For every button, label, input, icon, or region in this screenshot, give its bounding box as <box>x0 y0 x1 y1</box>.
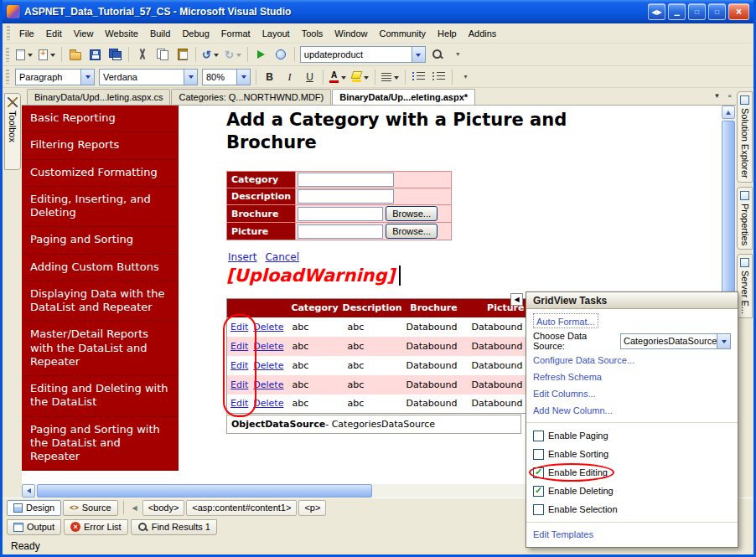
menu-help[interactable]: Help <box>432 25 463 42</box>
highlight-button[interactable] <box>350 68 371 86</box>
underline-button[interactable]: U <box>300 68 319 86</box>
brochure-textbox[interactable] <box>298 207 383 221</box>
open-file-button[interactable] <box>65 45 85 64</box>
menu-build[interactable]: Build <box>144 25 176 42</box>
zoom-combo-arrow-icon[interactable] <box>236 70 250 85</box>
cut-button[interactable] <box>132 45 152 64</box>
menu-addins[interactable]: Addins <box>463 25 503 42</box>
tag-asp-content-content1[interactable]: <asp:content#content1> <box>186 500 297 516</box>
grid-edit-link[interactable]: Edit <box>230 360 248 371</box>
maximize-button[interactable]: □ <box>688 3 706 20</box>
brochure-browse-button[interactable]: Browse... <box>386 206 438 221</box>
copy-button[interactable] <box>153 45 172 64</box>
cancel-link[interactable]: Cancel <box>265 251 299 263</box>
data-source-combo-arrow-icon[interactable] <box>717 334 730 348</box>
close-document-button[interactable]: × <box>723 90 736 102</box>
auto-format-link[interactable]: Auto Format... <box>533 313 598 328</box>
doc-tab-categories-q-northwnd-mdf[interactable]: Categories: Q...NORTHWND.MDF) <box>171 89 331 105</box>
toolbar-options-button[interactable] <box>448 45 468 64</box>
find-in-files-button[interactable] <box>428 45 448 64</box>
scroll-left-button[interactable] <box>22 484 35 498</box>
tab-error-list[interactable]: Error List <box>64 519 128 535</box>
nav-adding-custom-buttons[interactable]: Adding Custom Buttons <box>22 255 179 281</box>
nav-paging-and-sorting[interactable]: Paging and Sorting <box>22 227 179 254</box>
menu-grip[interactable] <box>7 26 10 40</box>
redo-button[interactable]: ↻ <box>222 45 244 64</box>
smart-tag-arrow-button[interactable]: ◀ <box>510 293 523 306</box>
toolbar-grip[interactable] <box>6 48 9 62</box>
tab-output[interactable]: Output <box>7 519 61 535</box>
bullet-list-button[interactable] <box>429 68 448 86</box>
menu-file[interactable]: File <box>13 25 40 42</box>
paste-button[interactable] <box>173 45 192 64</box>
refresh-schema-link[interactable]: Refresh Schema <box>533 369 731 385</box>
save-button[interactable] <box>85 45 105 64</box>
tab-solution-explorer[interactable]: Solution Explorer <box>737 91 753 183</box>
zoom-combo[interactable]: 80% <box>202 69 251 85</box>
scroll-up-button[interactable] <box>722 106 735 119</box>
menu-view[interactable]: View <box>68 25 100 42</box>
toolbox-tab[interactable]: Toolbox <box>4 93 21 170</box>
nav-customized-formatting[interactable]: Customized Formatting <box>22 160 179 187</box>
grid-delete-link[interactable]: Delete <box>253 322 283 333</box>
nav-paging-and-sorting-with-the-datalist-and-repeater[interactable]: Paging and Sorting with the DataList and… <box>22 417 179 472</box>
font-color-button[interactable]: A <box>327 68 349 86</box>
menu-window[interactable]: Window <box>329 25 373 42</box>
tab-find-results[interactable]: Find Results 1 <box>131 519 217 535</box>
source-view-button[interactable]: <> Source <box>63 500 117 516</box>
find-combo[interactable]: updateproduct <box>300 46 426 63</box>
menu-edit[interactable]: Edit <box>40 25 68 42</box>
minimize-button[interactable]: ▁ <box>668 3 686 20</box>
add-item-button[interactable] <box>36 45 58 64</box>
dock-button[interactable]: ◀▶ <box>648 3 665 20</box>
new-file-button[interactable] <box>13 45 35 64</box>
tab-server-explorer[interactable]: Server E... <box>737 254 753 318</box>
enable-deleting-checkbox[interactable] <box>533 486 544 497</box>
restore-button[interactable]: □ <box>708 3 726 20</box>
font-combo-arrow-icon[interactable] <box>184 70 197 85</box>
font-combo[interactable]: Verdana <box>99 69 198 85</box>
style-combo-arrow-icon[interactable] <box>80 70 94 85</box>
grid-delete-link[interactable]: Delete <box>253 341 283 352</box>
numbered-list-button[interactable] <box>409 68 428 86</box>
doc-tab-binarydata-up-eleting-aspx[interactable]: BinaryData/Up...eleting.aspx* <box>332 89 475 105</box>
italic-button[interactable]: I <box>280 68 299 86</box>
picture-textbox[interactable] <box>298 224 383 239</box>
menu-tools[interactable]: Tools <box>296 25 329 42</box>
nav-filtering-reports[interactable]: Filtering Reports <box>22 132 179 159</box>
description-textbox[interactable] <box>298 189 394 204</box>
menu-debug[interactable]: Debug <box>176 25 215 42</box>
tab-properties[interactable]: Properties <box>737 187 753 250</box>
nav-displaying-data-with-the-datalist-and-repeater[interactable]: Displaying Data with the DataList and Re… <box>22 281 179 322</box>
horizontal-scroll-thumb[interactable] <box>37 484 372 498</box>
nav-master-detail-reports-with-the-datalist-and-repeater[interactable]: Master/Detail Reports with the DataList … <box>22 322 179 376</box>
browser-button[interactable] <box>272 45 291 64</box>
data-source-combo[interactable]: CategoriesDataSource <box>620 333 731 349</box>
menu-format[interactable]: Format <box>215 25 256 42</box>
menu-website[interactable]: Website <box>99 25 144 42</box>
grid-delete-link[interactable]: Delete <box>253 398 283 409</box>
edit-columns-link[interactable]: Edit Columns... <box>533 385 731 402</box>
grid-delete-link[interactable]: Delete <box>253 379 283 390</box>
grid-edit-link[interactable]: Edit <box>230 341 248 352</box>
format-options-button[interactable] <box>456 68 475 86</box>
titlebar[interactable]: ASPNET_Data_Tutorial_57_CS - Microsoft V… <box>3 0 753 23</box>
grid-delete-link[interactable]: Delete <box>253 360 283 371</box>
insert-link[interactable]: Insert <box>228 251 256 263</box>
enable-editing-checkbox[interactable] <box>533 467 544 478</box>
enable-paging-checkbox[interactable] <box>533 431 544 441</box>
tag-body[interactable]: <body> <box>142 500 185 516</box>
grid-edit-link[interactable]: Edit <box>230 322 248 333</box>
add-new-column-link[interactable]: Add New Column... <box>533 402 731 419</box>
configure-data-source-link[interactable]: Configure Data Source... <box>533 352 731 369</box>
category-textbox[interactable] <box>298 173 394 187</box>
style-combo[interactable]: Paragraph <box>15 69 95 85</box>
nav-editing-and-deleting-with-the-datalist[interactable]: Editing and Deleting with the DataList <box>22 376 179 417</box>
find-combo-arrow-icon[interactable] <box>412 47 425 62</box>
undo-button[interactable]: ↺ <box>199 45 221 64</box>
start-debug-button[interactable] <box>251 45 271 64</box>
objectdatasource-box[interactable]: ObjectDataSource - CategoriesDataSource <box>226 415 521 434</box>
picture-browse-button[interactable]: Browse... <box>386 224 438 239</box>
menu-layout[interactable]: Layout <box>256 25 296 42</box>
grid-edit-link[interactable]: Edit <box>230 398 248 409</box>
